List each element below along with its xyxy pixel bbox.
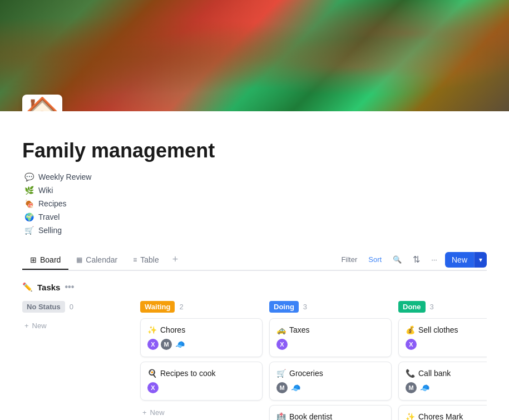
board-container: No Status 0 + New Waiting 2 ✨ Chores X xyxy=(22,301,487,420)
board-tab-label: Board xyxy=(40,255,61,264)
card-chores-mark-title: ✨ Chores Mark xyxy=(406,412,487,420)
column-no-status-header: No Status 0 xyxy=(22,301,134,313)
recipes-card-emoji: 🍳 xyxy=(147,369,157,378)
card-chores[interactable]: ✨ Chores X M 🧢 xyxy=(140,318,263,357)
done-label: Done xyxy=(398,301,426,313)
section-header: ✏️ Tasks ••• xyxy=(22,280,487,294)
doing-label: Doing xyxy=(269,301,299,313)
new-button-group: New ▾ xyxy=(445,252,487,268)
recipes-icon: 🍖 xyxy=(24,199,34,208)
calendar-tab-label: Calendar xyxy=(86,255,117,264)
done-count: 3 xyxy=(430,303,434,311)
more-options-button[interactable]: ··· xyxy=(428,253,441,266)
board-tab-icon: ⊞ xyxy=(30,255,37,264)
column-waiting-header: Waiting 2 xyxy=(140,301,263,313)
column-doing: Doing 3 🚕 Taxes X 🛒 Groceries M xyxy=(269,301,392,420)
avatar-xin-recipes: X xyxy=(147,382,159,393)
no-status-add-new[interactable]: + New xyxy=(22,318,134,333)
column-doing-header: Doing 3 xyxy=(269,301,392,313)
avatar-mark: M xyxy=(161,339,172,350)
tab-board[interactable]: ⊞ Board xyxy=(22,251,68,270)
card-book-dentist[interactable]: 🏥 Book dentist M 🧢 xyxy=(269,405,392,420)
avatar-mark-groceries-emoji: 🧢 xyxy=(290,382,301,393)
recipes-label: Recipes xyxy=(38,199,67,208)
page-title: Family management xyxy=(22,139,487,162)
column-waiting: Waiting 2 ✨ Chores X M 🧢 🍳 Recipes to co… xyxy=(140,301,263,420)
tasks-section-title: Tasks xyxy=(37,283,60,292)
nav-link-selling[interactable]: 🛒 Selling xyxy=(22,225,487,236)
card-chores-title: ✨ Chores xyxy=(147,325,255,334)
main-content: Family management 💬 Weekly Review 🌿 Wiki… xyxy=(0,111,509,420)
card-recipes-to-cook[interactable]: 🍳 Recipes to cook X xyxy=(140,362,263,401)
groceries-emoji: 🛒 xyxy=(276,369,286,378)
card-taxes-footer: X xyxy=(276,339,384,350)
card-groceries-footer: M 🧢 xyxy=(276,382,384,393)
avatar-xin-taxes: X xyxy=(276,339,288,350)
card-call-bank-footer: M 🧢 xyxy=(406,382,487,393)
avatar-mark-groceries: M xyxy=(276,382,288,393)
waiting-count: 2 xyxy=(179,303,183,311)
wiki-icon: 🌿 xyxy=(24,186,34,195)
doing-count: 3 xyxy=(303,303,307,311)
chores-emoji: ✨ xyxy=(147,325,157,334)
table-tab-label: Table xyxy=(140,255,159,264)
table-tab-icon: ≡ xyxy=(133,256,137,264)
card-groceries[interactable]: 🛒 Groceries M 🧢 xyxy=(269,362,392,401)
card-sell-clothes-footer: X xyxy=(406,339,487,350)
card-recipes-title: 🍳 Recipes to cook xyxy=(147,369,255,378)
column-done-header: Done 3 xyxy=(398,301,487,313)
tasks-section-icon: ✏️ xyxy=(22,282,33,292)
sort-button[interactable]: Sort xyxy=(365,253,385,266)
toolbar-actions: Filter Sort 🔍 ⇅ ··· New ▾ xyxy=(338,252,487,268)
weekly-review-icon: 💬 xyxy=(24,172,34,181)
new-caret-button[interactable]: ▾ xyxy=(474,252,487,268)
no-status-label: No Status xyxy=(22,301,65,313)
avatar-xin-sell: X xyxy=(406,339,417,350)
waiting-add-new[interactable]: + New xyxy=(140,405,263,420)
nav-link-recipes[interactable]: 🍖 Recipes xyxy=(22,198,487,209)
nav-link-travel[interactable]: 🌍 Travel xyxy=(22,211,487,223)
avatar-mark-emoji: 🧢 xyxy=(174,339,185,350)
card-sell-clothes[interactable]: 💰 Sell clothes X xyxy=(398,318,487,357)
card-groceries-title: 🛒 Groceries xyxy=(276,369,384,378)
nav-link-wiki[interactable]: 🌿 Wiki xyxy=(22,185,487,196)
tab-table[interactable]: ≡ Table xyxy=(125,251,166,270)
filter-button[interactable]: Filter xyxy=(338,253,360,266)
sell-clothes-emoji: 💰 xyxy=(406,325,415,334)
search-button[interactable]: 🔍 xyxy=(389,253,405,266)
card-taxes[interactable]: 🚕 Taxes X xyxy=(269,318,392,357)
no-status-add-icon: + xyxy=(24,322,29,330)
card-dentist-title: 🏥 Book dentist xyxy=(276,412,384,420)
workspace-icon: 🏠 xyxy=(22,95,62,111)
section-menu-button[interactable]: ••• xyxy=(65,282,74,292)
dentist-emoji: 🏥 xyxy=(276,412,286,420)
chores-mark-emoji: ✨ xyxy=(406,412,415,420)
tab-calendar[interactable]: ▦ Calendar xyxy=(68,251,125,270)
taxes-emoji: 🚕 xyxy=(276,325,286,334)
card-call-bank-title: 📞 Call bank xyxy=(406,369,487,378)
new-main-button[interactable]: New xyxy=(445,252,474,268)
calendar-tab-icon: ▦ xyxy=(76,256,82,264)
selling-icon: 🛒 xyxy=(24,226,34,235)
column-done: Done 3 💰 Sell clothes X 📞 Call bank M xyxy=(398,301,487,420)
no-status-count: 0 xyxy=(70,303,73,311)
avatar-xin: X xyxy=(147,339,159,350)
wiki-label: Wiki xyxy=(38,186,53,195)
weekly-review-label: Weekly Review xyxy=(38,172,91,181)
hero-section: 🏠 xyxy=(0,0,509,111)
travel-label: Travel xyxy=(38,213,60,221)
card-chores-mark[interactable]: ✨ Chores Mark X M 🧢 xyxy=(398,405,487,420)
card-call-bank[interactable]: 📞 Call bank M 🧢 xyxy=(398,362,487,401)
avatar-mark-bank-emoji: 🧢 xyxy=(419,382,430,393)
group-button[interactable]: ⇅ xyxy=(409,252,423,267)
call-bank-emoji: 📞 xyxy=(406,369,415,378)
nav-link-weekly-review[interactable]: 💬 Weekly Review xyxy=(22,171,487,182)
no-status-add-label: New xyxy=(32,322,47,330)
hero-image: 🏠 xyxy=(0,0,509,111)
card-taxes-title: 🚕 Taxes xyxy=(276,325,384,334)
nav-links: 💬 Weekly Review 🌿 Wiki 🍖 Recipes 🌍 Trave… xyxy=(22,171,487,236)
avatar-mark-bank: M xyxy=(406,382,417,393)
card-chores-footer: X M 🧢 xyxy=(147,339,255,350)
add-view-button[interactable]: + xyxy=(167,249,184,270)
waiting-add-icon: + xyxy=(142,408,147,417)
